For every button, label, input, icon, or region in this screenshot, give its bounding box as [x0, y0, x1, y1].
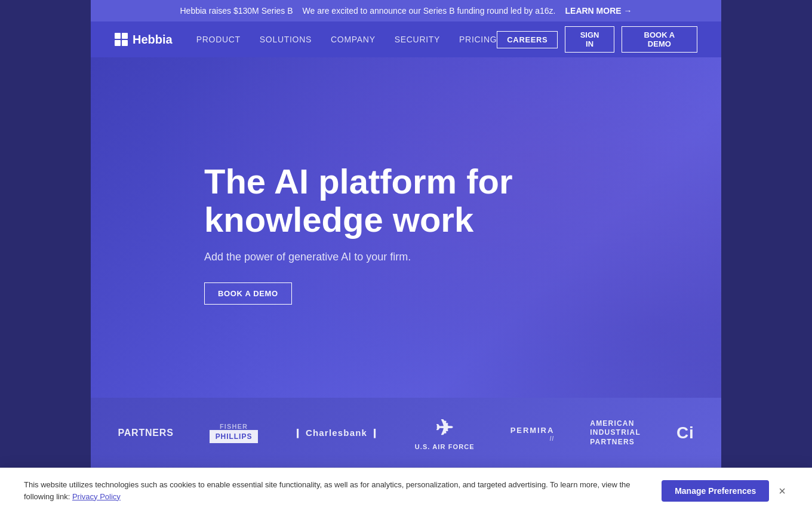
close-cookie-button[interactable]: × — [776, 483, 788, 499]
nav-logo[interactable]: Hebbia — [115, 33, 173, 47]
left-panel — [0, 0, 91, 468]
logo-text: Hebbia — [133, 33, 173, 47]
nav-link-solutions[interactable]: SOLUTIONS — [260, 35, 312, 44]
announcement-bar: Hebbia raises $130M Series B We are exci… — [91, 0, 721, 21]
logo-icon — [115, 33, 128, 46]
logo-aip: AMERICAN INDUSTRIAL PARTNERS — [590, 419, 641, 447]
hero-subtext: Add the power of generative AI to your f… — [204, 251, 562, 263]
airforce-wings-icon: ✈ — [435, 416, 454, 441]
nav-link-company[interactable]: COMPANY — [331, 35, 376, 44]
cookie-banner: This website utilizes technologies such … — [0, 468, 812, 513]
main-content: Hebbia raises $130M Series B We are exci… — [91, 0, 721, 468]
logos-section: PARTNERS FISHER PHILLIPS ❙ Charlesbank ❙… — [91, 398, 721, 468]
logo-partners: PARTNERS — [118, 428, 173, 438]
hero-section: The AI platform for knowledge work Add t… — [91, 57, 721, 398]
manage-preferences-button[interactable]: Manage Preferences — [662, 480, 769, 502]
logo-fisher-phillips: FISHER PHILLIPS — [210, 423, 259, 443]
nav-item-product[interactable]: PRODUCT — [196, 34, 241, 45]
right-panel — [721, 0, 812, 468]
book-demo-nav-button[interactable]: BOOK A DEMO — [622, 26, 697, 53]
signin-button[interactable]: SIGN IN — [565, 26, 614, 53]
nav-item-pricing[interactable]: PRICING — [459, 34, 497, 45]
announcement-title: Hebbia raises $130M Series B — [180, 6, 293, 16]
logo-permira: PERMIRA // — [510, 425, 555, 442]
learn-more-link[interactable]: LEARN MORE → — [565, 6, 632, 16]
nav-item-security[interactable]: SECURITY — [395, 34, 440, 45]
logo-usairforce: ✈ U.S. AIR FORCE — [415, 416, 475, 450]
nav-actions: CAREERS SIGN IN BOOK A DEMO — [497, 26, 697, 53]
hero-headline: The AI platform for knowledge work — [204, 162, 562, 239]
hero-headline-line2: knowledge work — [204, 200, 473, 239]
main-nav: Hebbia PRODUCT SOLUTIONS COMPANY — [91, 21, 721, 57]
cookie-text: This website utilizes technologies such … — [24, 479, 650, 502]
book-demo-hero-button[interactable]: BOOK A DEMO — [204, 282, 292, 305]
logo-charlesbank: ❙ Charlesbank ❙ — [294, 428, 379, 438]
logo-ci: Ci — [676, 423, 694, 443]
cookie-actions: Manage Preferences × — [662, 480, 788, 502]
privacy-policy-link[interactable]: Privacy Policy — [72, 492, 121, 501]
nav-links: PRODUCT SOLUTIONS COMPANY SECURITY — [196, 34, 497, 45]
nav-link-security[interactable]: SECURITY — [395, 35, 440, 44]
nav-item-solutions[interactable]: SOLUTIONS — [260, 34, 312, 45]
announcement-description: We are excited to announce our Series B … — [303, 6, 556, 16]
nav-link-product[interactable]: PRODUCT — [196, 35, 241, 44]
careers-button[interactable]: CAREERS — [497, 31, 558, 48]
nav-item-company[interactable]: COMPANY — [331, 34, 376, 45]
nav-link-pricing[interactable]: PRICING — [459, 35, 497, 44]
hero-content: The AI platform for knowledge work Add t… — [204, 162, 562, 305]
hero-headline-line1: The AI platform for — [204, 162, 513, 201]
